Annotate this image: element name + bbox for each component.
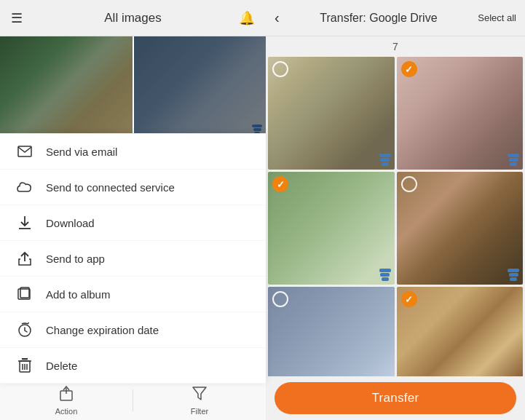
transfer-bar: Transfer xyxy=(266,376,525,420)
album-icon xyxy=(15,286,35,302)
right-panel: ‹ Transfer: Google Drive Select all 7 ✓ … xyxy=(266,0,525,420)
right-image-5[interactable] xyxy=(268,287,395,376)
context-menu: Send via email Send to connected service… xyxy=(0,133,266,384)
right-image-grid: ✓ ✓ ✓ xyxy=(266,57,525,376)
bottom-bar: Action Filter xyxy=(0,380,266,420)
select-all-button[interactable]: Select all xyxy=(478,12,516,23)
selection-circle-1[interactable] xyxy=(272,61,288,77)
svg-line-7 xyxy=(28,322,29,324)
right-image-4[interactable] xyxy=(397,172,524,285)
menu-label-delete: Delete xyxy=(46,360,77,372)
expiry-icon xyxy=(15,322,35,338)
db-badge-r1 xyxy=(379,154,391,166)
filter-label: Filter xyxy=(191,407,208,416)
db-badge-r2 xyxy=(508,154,519,166)
menu-label-send-connected: Send to connected service xyxy=(46,181,175,194)
selection-circle-4[interactable] xyxy=(401,176,417,192)
image-cell-1[interactable] xyxy=(0,36,133,138)
menu-item-download[interactable]: Download xyxy=(0,205,266,241)
menu-label-send-app: Send to app xyxy=(46,253,105,265)
hamburger-icon[interactable]: ☰ xyxy=(11,10,23,26)
action-icon xyxy=(58,385,74,405)
menu-label-change-expiry: Change expiration date xyxy=(46,324,159,336)
envelope-icon xyxy=(15,143,35,159)
selection-circle-6[interactable]: ✓ xyxy=(401,291,417,307)
menu-item-send-app[interactable]: Send to app xyxy=(0,241,266,277)
left-header: ☰ All images 🔔 xyxy=(0,0,266,36)
menu-label-add-album: Add to album xyxy=(46,288,110,301)
right-image-3[interactable]: ✓ xyxy=(268,172,395,285)
menu-item-add-album[interactable]: Add to album xyxy=(0,277,266,312)
left-panel: ☰ All images 🔔 Send via email Send to co… xyxy=(0,0,266,420)
send-app-icon xyxy=(15,250,35,266)
menu-item-send-email[interactable]: Send via email xyxy=(0,134,266,170)
download-icon xyxy=(15,215,35,231)
selection-circle-5[interactable] xyxy=(272,291,288,307)
selection-circle-3[interactable]: ✓ xyxy=(272,176,288,192)
db-badge-r4 xyxy=(508,269,519,281)
right-header: ‹ Transfer: Google Drive Select all xyxy=(266,0,525,36)
cloud-icon xyxy=(15,179,35,195)
menu-label-download: Download xyxy=(46,217,95,229)
trash-icon xyxy=(15,357,35,373)
menu-item-delete[interactable]: Delete xyxy=(0,348,266,384)
db-badge-r3 xyxy=(379,269,391,281)
right-image-6[interactable]: ✓ xyxy=(397,287,524,376)
left-panel-title: All images xyxy=(104,11,161,25)
tab-action[interactable]: Action xyxy=(0,385,133,416)
right-image-1[interactable] xyxy=(268,57,395,170)
action-label: Action xyxy=(55,407,78,416)
right-panel-title: Transfer: Google Drive xyxy=(320,12,437,25)
selection-circle-2[interactable]: ✓ xyxy=(401,61,417,77)
menu-item-send-connected[interactable]: Send to connected service xyxy=(0,170,266,205)
menu-item-change-expiry[interactable]: Change expiration date xyxy=(0,312,266,348)
svg-rect-0 xyxy=(18,146,31,156)
tab-filter[interactable]: Filter xyxy=(133,385,266,416)
svg-marker-16 xyxy=(193,387,206,400)
menu-label-send-email: Send via email xyxy=(46,146,117,158)
image-count: 7 xyxy=(266,36,525,57)
image-cell-2[interactable] xyxy=(134,36,267,138)
back-button[interactable]: ‹ xyxy=(275,9,280,26)
transfer-button[interactable]: Transfer xyxy=(275,382,516,414)
right-image-2[interactable]: ✓ xyxy=(397,57,524,170)
notification-icon[interactable]: 🔔 xyxy=(239,10,255,26)
filter-icon xyxy=(192,385,208,405)
